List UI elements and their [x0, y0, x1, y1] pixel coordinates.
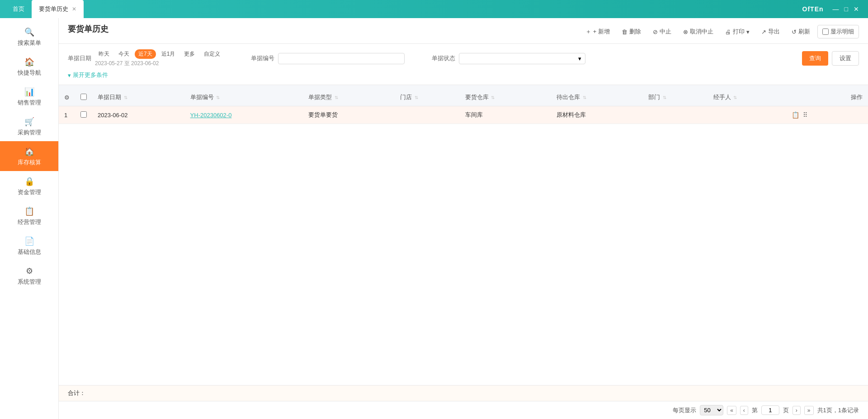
row-checkbox[interactable]: [80, 111, 87, 118]
close-icon[interactable]: ✕: [72, 6, 76, 12]
prev-page-button[interactable]: ‹: [740, 406, 748, 415]
sidebar-item-purchase-mgmt[interactable]: 🛒 采购管理: [0, 111, 58, 141]
cell-req-warehouse: 车间库: [460, 106, 552, 124]
view-action-button[interactable]: 📋: [792, 111, 799, 119]
brand-name: OfTEn: [802, 5, 824, 13]
page-input[interactable]: [761, 405, 779, 415]
display-detail-button[interactable]: 显示明细: [817, 25, 859, 38]
first-page-button[interactable]: «: [727, 406, 736, 415]
maximize-icon[interactable]: □: [844, 5, 848, 13]
display-detail-checkbox[interactable]: [822, 29, 829, 35]
cell-department: [643, 106, 708, 124]
page-title: 要货单历史: [68, 24, 108, 34]
topbar: 首页 要货单历史 ✕ OfTEn — □ ✕: [0, 0, 868, 18]
sidebar-item-ops-mgmt[interactable]: 📋 经营管理: [0, 201, 58, 231]
th-settings[interactable]: ⚙: [59, 89, 75, 106]
summary-label: 合计：: [68, 389, 85, 397]
th-handler[interactable]: 经手人 ⇅: [708, 89, 786, 106]
finance-mgmt-icon: 🔒: [24, 176, 34, 186]
refresh-button[interactable]: ↺ 刷新: [787, 25, 815, 38]
export-button[interactable]: ↗ 导出: [757, 25, 784, 38]
suspend-button[interactable]: ⊘ 中止: [648, 25, 676, 38]
suspend-label: 中止: [660, 28, 671, 36]
sidebar-item-basic-info[interactable]: 📄 基础信息: [0, 231, 58, 261]
date-filter-label: 单据日期: [68, 54, 91, 62]
ops-mgmt-icon: 📋: [24, 206, 34, 216]
minimize-icon[interactable]: —: [833, 5, 839, 13]
filter-area: 单据日期 昨天 今天 近7天 近1月 更多 自定义 2023-05-27 至 2…: [59, 44, 868, 85]
settings-button[interactable]: 设置: [832, 51, 859, 66]
date-filter: 单据日期 昨天 今天 近7天 近1月 更多 自定义 2023-05-27 至 2…: [68, 49, 224, 67]
cell-store: [395, 106, 460, 124]
new-icon: ＋: [585, 28, 591, 36]
cell-bill-no[interactable]: YH-20230602-0: [185, 106, 303, 124]
print-label: 打印: [733, 28, 745, 36]
settings-icon: ⚙: [64, 94, 70, 101]
sort-bill-no-icon: ⇅: [216, 95, 220, 100]
th-bill-type[interactable]: 单据类型 ⇅: [303, 89, 395, 106]
sidebar-item-search-menu[interactable]: 🔍 搜索菜单: [0, 22, 58, 52]
select-all-checkbox[interactable]: [80, 94, 87, 100]
print-button[interactable]: 🖨 打印 ▾: [721, 25, 754, 38]
sidebar-item-finance-mgmt[interactable]: 🔒 资金管理: [0, 171, 58, 201]
summary-bar: 合计：: [59, 385, 868, 401]
window-close-icon[interactable]: ✕: [854, 5, 859, 13]
bill-no-input[interactable]: [278, 53, 405, 64]
sidebar-item-quick-nav[interactable]: 🏠 快捷导航: [0, 52, 58, 81]
action-buttons: 📋 ⠿: [792, 111, 863, 119]
sidebar-item-search-menu-label: 搜索菜单: [18, 39, 41, 47]
th-bill-no[interactable]: 单据编号 ⇅: [185, 89, 303, 106]
cell-checkbox: [75, 106, 92, 124]
query-button[interactable]: 查询: [802, 51, 828, 66]
sales-mgmt-icon: 📊: [24, 87, 34, 97]
refresh-label: 刷新: [798, 28, 810, 36]
new-button[interactable]: ＋ + 新增: [581, 25, 614, 38]
sidebar-item-quick-nav-label: 快捷导航: [18, 69, 41, 77]
sidebar-item-inventory[interactable]: 🏠 库存核算: [0, 141, 58, 171]
date-btn-more[interactable]: 更多: [180, 49, 198, 59]
per-page-select[interactable]: 20 50 100 200: [700, 405, 723, 415]
tab-home[interactable]: 首页: [5, 0, 32, 18]
th-bill-date[interactable]: 单据日期 ⇅: [92, 89, 185, 106]
tab-home-label: 首页: [13, 5, 24, 13]
th-pending-warehouse[interactable]: 待出仓库 ⇅: [551, 89, 643, 106]
more-action-button[interactable]: ⠿: [803, 111, 807, 119]
sort-store-icon: ⇅: [415, 95, 418, 100]
date-btn-custom[interactable]: 自定义: [200, 49, 224, 59]
status-select[interactable]: ▾: [459, 53, 585, 64]
sort-bill-type-icon: ⇅: [335, 95, 338, 100]
sidebar-item-purchase-mgmt-label: 采购管理: [18, 129, 41, 137]
data-table: ⚙ 单据日期 ⇅ 单据编号 ⇅: [59, 89, 868, 124]
sidebar-item-sales-mgmt[interactable]: 📊 销售管理: [0, 81, 58, 111]
th-store[interactable]: 门店 ⇅: [395, 89, 460, 106]
expand-label: 展开更多条件: [73, 71, 108, 79]
sidebar-item-sys-mgmt[interactable]: ⚙ 系统管理: [0, 261, 58, 290]
expand-more[interactable]: ▾ 展开更多条件: [68, 71, 859, 79]
sidebar-item-finance-mgmt-label: 资金管理: [18, 188, 41, 196]
bill-no-link[interactable]: YH-20230602-0: [190, 112, 232, 119]
delete-button[interactable]: 🗑 删除: [617, 25, 646, 38]
quick-nav-icon: 🏠: [24, 57, 34, 67]
refresh-icon: ↺: [792, 29, 797, 35]
sidebar-item-inventory-label: 库存核算: [18, 158, 41, 167]
tab-purchase-history[interactable]: 要货单历史 ✕: [32, 0, 84, 18]
bill-no-filter: 单据编号: [251, 53, 405, 64]
date-btn-1month[interactable]: 近1月: [158, 49, 179, 59]
status-dropdown-icon: ▾: [578, 55, 581, 62]
th-req-warehouse[interactable]: 要货仓库 ⇅: [460, 89, 552, 106]
next-page-button[interactable]: ›: [793, 406, 801, 415]
sort-handler-icon: ⇅: [733, 95, 737, 100]
date-btn-today[interactable]: 今天: [115, 49, 133, 59]
cancel-suspend-button[interactable]: ⊗ 取消中止: [679, 25, 718, 38]
cell-bill-type: 要货单要货: [303, 106, 395, 124]
th-department[interactable]: 部门 ⇅: [643, 89, 708, 106]
sidebar-item-sys-mgmt-label: 系统管理: [18, 278, 41, 286]
last-page-button[interactable]: »: [804, 406, 814, 415]
print-dropdown-icon: ▾: [746, 29, 750, 35]
date-btn-yesterday[interactable]: 昨天: [95, 49, 113, 59]
cell-actions: 📋 ⠿: [786, 106, 868, 124]
table-area: ⚙ 单据日期 ⇅ 单据编号 ⇅: [59, 89, 868, 385]
date-btn-7days[interactable]: 近7天: [135, 49, 156, 59]
sidebar: 🔍 搜索菜单 🏠 快捷导航 📊 销售管理 🛒 采购管理 🏠 库存核算 🔒 资金管…: [0, 18, 59, 419]
sort-department-icon: ⇅: [663, 95, 666, 100]
